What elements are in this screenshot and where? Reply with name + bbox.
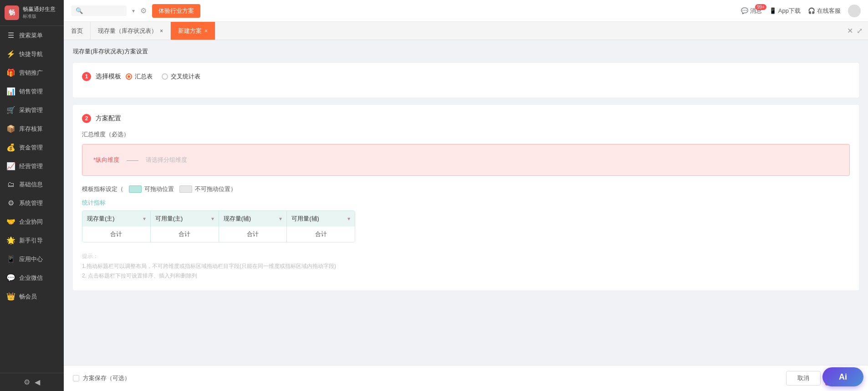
sidebar-icon-14: 👑 [6,292,15,301]
step1-num: 1 [82,72,91,81]
minimize-icon[interactable]: ✕ [847,26,853,35]
col-available-main-label: 可用量(主) [155,215,183,223]
expand-icon[interactable]: ⤢ [857,26,863,35]
app-logo-text: 畅赢通好生意 标准版 [23,6,56,20]
sidebar-item-9[interactable]: ⚙系统管理 [0,194,64,212]
message-icon: 💬 [741,7,748,14]
col-current-main[interactable]: 现存量(主) ▾ [82,211,151,226]
template-settings-row: 模板指标设定（ 可拖动位置 不可拖动位置） [82,185,850,193]
sidebar-item-12[interactable]: 📱应用中心 [0,250,64,268]
sidebar-item-8[interactable]: 🗂基础信息 [0,175,64,194]
sidebar-item-3[interactable]: 📊销售管理 [0,82,64,101]
sidebar-label-3: 销售管理 [19,87,43,96]
vertical-dim-dash: —— [127,157,138,164]
summary-dim-label: 汇总维度（必选） [82,130,850,139]
col-available-aux[interactable]: 可用量(辅) ▾ [287,211,355,226]
user-avatar[interactable] [848,5,861,17]
sidebar-item-4[interactable]: 🛒采购管理 [0,101,64,119]
tab-inventory-label: 现存量（库存状况表） [98,27,157,35]
radio-summary[interactable]: 汇总表 [126,72,153,81]
stats-table-body: 合计 合计 合计 合计 [82,226,355,242]
step2-title: 方案配置 [96,114,121,123]
topbar-search-box[interactable]: 🔍 [71,5,127,16]
sidebar-logo: 畅 畅赢通好生意 标准版 [0,0,64,26]
sidebar-label-0: 搜索菜单 [19,31,43,40]
vertical-dim-placeholder: 请选择分组维度 [146,156,187,164]
dimension-box[interactable]: *纵向维度 —— 请选择分组维度 [82,144,850,176]
step1-header: 1 选择模板 汇总表 交叉统计表 [82,72,850,81]
tab-inventory[interactable]: 现存量（库存状况表） × [91,22,171,40]
ai-bubble[interactable]: Ai [822,367,863,386]
sidebar-item-13[interactable]: 💬企业微信 [0,268,64,287]
col-available-aux-dropdown[interactable]: ▾ [347,216,350,222]
col-current-main-dropdown[interactable]: ▾ [143,216,146,222]
radio-summary-dot [126,73,132,80]
sidebar-item-6[interactable]: 💰资金管理 [0,138,64,157]
topbar-gear-icon[interactable]: ⚙ [140,6,147,15]
tips-section: 提示： 1.拖动标题栏可以调整布局，不可跨维度或指标区域拖动栏目字段(只能在同一… [82,252,850,281]
cell-available-aux: 合计 [287,226,355,242]
tab-home[interactable]: 首页 [64,22,91,40]
topbar-messages[interactable]: 💬 消息 99+ [741,7,762,15]
sidebar-item-1[interactable]: ⚡快捷导航 [0,45,64,63]
tab-new-plan[interactable]: 新建方案 × [171,22,215,40]
sidebar-item-11[interactable]: 🌟新手引导 [0,231,64,250]
non-draggable-legend-box [179,185,192,193]
cell-current-main: 合计 [82,226,151,242]
section-template: 1 选择模板 汇总表 交叉统计表 [73,63,859,98]
sidebar-item-2[interactable]: 🎁营销推广 [0,63,64,82]
col-current-aux-label: 现存量(辅) [224,215,251,223]
sidebar-label-5: 库存核算 [19,125,43,133]
step2-num: 2 [82,114,91,123]
stats-table: 现存量(主) ▾ 可用量(主) ▾ 现存量(辅) ▾ 可用量(辅) [82,211,355,242]
sidebar-item-5[interactable]: 📦库存核算 [0,119,64,138]
tab-inventory-close[interactable]: × [160,28,163,34]
sidebar-item-0[interactable]: ☰搜索菜单 [0,26,64,45]
sidebar-item-14[interactable]: 👑畅会员 [0,287,64,306]
step1-title: 选择模板 [96,72,121,81]
search-icon: 🔍 [76,7,83,14]
sidebar-label-1: 快捷导航 [19,50,43,58]
page-title: 现存量(库存状况表)方案设置 [73,47,859,56]
sidebar-label-2: 营销推广 [19,69,43,77]
col-current-aux-dropdown[interactable]: ▾ [279,216,282,222]
sidebar-item-10[interactable]: 🤝企业协同 [0,212,64,231]
collapse-icon[interactable]: ◀ [35,378,40,386]
step2-header: 2 方案配置 [82,114,850,123]
sidebar-label-4: 采购管理 [19,106,43,114]
col-current-aux[interactable]: 现存量(辅) ▾ [219,211,287,226]
bottom-bar: 方案保存（可选） 取消 查询 [64,365,868,391]
industry-btn[interactable]: 体验行业方案 [152,4,200,18]
sidebar-label-12: 应用中心 [19,255,43,263]
sidebar-icon-4: 🛒 [6,106,15,114]
sidebar-label-9: 系统管理 [19,199,43,207]
app-label: App下载 [778,7,801,15]
topbar-app-download[interactable]: 📱 App下载 [769,7,801,15]
topbar-dropdown-icon[interactable]: ▾ [132,8,135,14]
sidebar-icon-9: ⚙ [6,199,15,207]
cancel-button[interactable]: 取消 [786,371,821,386]
settings-icon[interactable]: ⚙ [24,378,30,386]
section-plan-config: 2 方案配置 汇总维度（必选） *纵向维度 —— 请选择分组维度 模板指标设定（… [73,105,859,290]
radio-cross[interactable]: 交叉统计表 [162,72,200,81]
sidebar-icon-8: 🗂 [6,180,15,189]
sidebar-icon-7: 📈 [6,162,15,170]
save-option[interactable]: 方案保存（可选） [73,374,130,382]
app-icon: 📱 [769,7,776,14]
save-checkbox[interactable] [73,375,79,381]
col-available-main-dropdown[interactable]: ▾ [211,216,214,222]
sidebar: 畅 畅赢通好生意 标准版 ☰搜索菜单⚡快捷导航🎁营销推广📊销售管理🛒采购管理📦库… [0,0,64,391]
sidebar-item-7[interactable]: 📈经营管理 [0,157,64,175]
tab-new-plan-close[interactable]: × [204,28,208,34]
main-area: 🔍 ▾ ⚙ 体验行业方案 💬 消息 99+ 📱 App下载 🎧 在线客服 首 [64,0,868,391]
tip2: 2. 点击标题栏下拉可设置排序、插入列和删除列 [82,271,850,281]
sidebar-icon-0: ☰ [6,31,15,40]
sidebar-label-10: 企业协同 [19,218,43,226]
template-radio-group: 汇总表 交叉统计表 [126,72,200,81]
topbar-online-service[interactable]: 🎧 在线客服 [808,7,841,15]
sidebar-icon-10: 🤝 [6,217,15,226]
search-input[interactable] [86,8,122,14]
sidebar-label-13: 企业微信 [19,274,43,282]
col-available-main[interactable]: 可用量(主) ▾ [151,211,219,226]
sidebar-icon-11: 🌟 [6,236,15,245]
